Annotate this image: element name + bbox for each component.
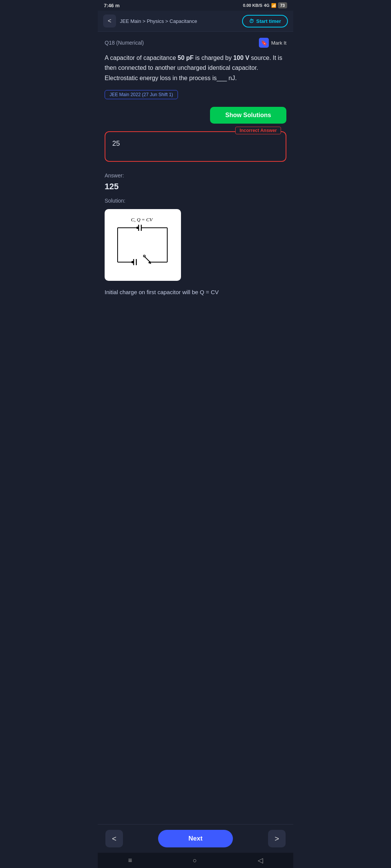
question-tag: JEE Main 2022 (27 Jun Shift 1) [105, 90, 178, 99]
timer-icon: ⏱ [249, 18, 254, 24]
signal-icon: 📶 [271, 3, 276, 8]
show-solutions-button[interactable]: Show Solutions [210, 107, 286, 124]
svg-line-8 [144, 256, 150, 262]
svg-point-4 [136, 227, 139, 229]
svg-point-9 [144, 255, 145, 257]
bookmark-icon: 🔖 [259, 38, 269, 48]
network-speed: 0.00 KB/S [243, 3, 262, 8]
svg-text:C, Q = CV: C, Q = CV [131, 217, 153, 222]
network-type: 4G [264, 3, 270, 8]
status-right: 0.00 KB/S 4G 📶 73 [243, 2, 287, 8]
back-button[interactable]: < [103, 14, 116, 27]
nav-left: < JEE Main > Physics > Capacitance [103, 14, 197, 27]
question-header: Q18 (Numerical) 🔖 Mark It [105, 38, 286, 48]
svg-point-15 [131, 261, 134, 263]
circuit-diagram: C, Q = CV [105, 209, 181, 281]
timer-label: Start timer [256, 18, 281, 24]
incorrect-badge: Incorrect Answer [235, 127, 281, 134]
status-bar: 7:46 m 0.00 KB/S 4G 📶 73 [98, 0, 293, 11]
battery-level: 73 [278, 2, 287, 8]
mark-it-label: Mark It [271, 40, 286, 46]
question-text: A capacitor of capacitance 50 pF is char… [105, 53, 286, 83]
start-timer-button[interactable]: ⏱ Start timer [242, 15, 288, 27]
user-answer: 25 [112, 140, 120, 147]
mark-it-button[interactable]: 🔖 Mark It [259, 38, 286, 48]
status-time: 7:46 m [104, 3, 120, 8]
solution-text: Initial charge on first capacitor will b… [105, 288, 286, 297]
answer-label: Answer: [105, 172, 286, 179]
nav-bar: < JEE Main > Physics > Capacitance ⏱ Sta… [98, 11, 293, 32]
question-label: Q18 (Numerical) [105, 40, 144, 46]
main-content: Q18 (Numerical) 🔖 Mark It A capacitor of… [98, 32, 293, 333]
breadcrumb: JEE Main > Physics > Capacitance [120, 18, 197, 24]
answer-box[interactable]: 25 [105, 131, 286, 162]
solution-label: Solution: [105, 198, 286, 204]
show-solutions-wrap: Show Solutions [105, 107, 286, 124]
correct-answer: 125 [105, 182, 286, 192]
answer-input-wrap: Incorrect Answer 25 [105, 131, 286, 162]
